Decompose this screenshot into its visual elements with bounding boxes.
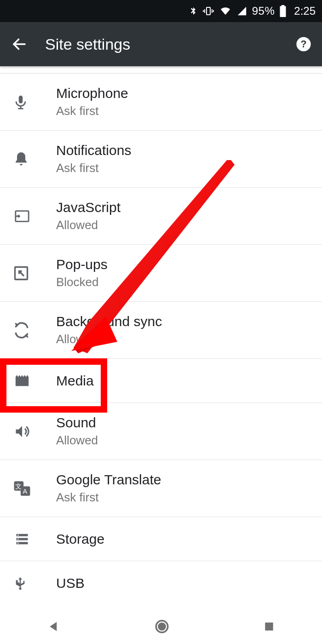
row-label: Sound <box>56 415 98 431</box>
svg-text:?: ? <box>301 39 307 50</box>
android-nav-bar <box>0 611 322 644</box>
page-title: Site settings <box>45 35 279 53</box>
media-icon <box>13 373 39 389</box>
svg-text:A: A <box>23 488 28 495</box>
row-sub: Ask first <box>56 161 131 175</box>
settings-row-sound[interactable]: Sound Allowed <box>0 403 322 460</box>
svg-rect-6 <box>282 5 285 6</box>
cellular-icon <box>236 6 247 16</box>
sync-icon <box>13 322 39 339</box>
row-label: Microphone <box>56 86 128 101</box>
row-label: JavaScript <box>56 200 121 215</box>
back-button[interactable] <box>10 35 29 53</box>
settings-row-javascript[interactable]: JavaScript Allowed <box>0 188 322 245</box>
settings-list: Microphone Ask first Notifications Ask f… <box>0 74 322 611</box>
svg-point-23 <box>17 538 19 540</box>
row-label: Background sync <box>56 314 162 329</box>
svg-point-22 <box>17 535 19 536</box>
bell-icon <box>13 150 39 168</box>
status-bar: 95% 2:25 <box>0 0 322 22</box>
vibrate-icon <box>202 6 214 17</box>
nav-recent-button[interactable] <box>263 621 275 634</box>
row-sub: Allowed <box>56 218 121 232</box>
battery-icon <box>279 5 287 17</box>
row-sub: Allowed <box>56 433 98 448</box>
battery-percent: 95% <box>252 5 275 17</box>
nav-home-button[interactable] <box>154 619 170 636</box>
settings-row-translate[interactable]: 文A Google Translate Ask first <box>0 460 322 517</box>
row-label: Media <box>56 373 94 389</box>
svg-rect-0 <box>207 7 210 15</box>
settings-row-backgroundsync[interactable]: Background sync Allowed <box>0 302 322 359</box>
settings-row-storage[interactable]: Storage <box>0 517 322 561</box>
settings-row-microphone[interactable]: Microphone Ask first <box>0 74 322 131</box>
usb-icon <box>13 574 39 593</box>
settings-row-notifications[interactable]: Notifications Ask first <box>0 131 322 188</box>
row-label: Notifications <box>56 143 131 158</box>
nav-back-button[interactable] <box>47 620 61 635</box>
row-sub: Blocked <box>56 275 108 289</box>
spacer <box>0 67 322 73</box>
row-label: USB <box>56 575 85 591</box>
svg-point-24 <box>17 542 19 544</box>
settings-row-media[interactable]: Media <box>0 359 322 403</box>
row-label: Google Translate <box>56 472 161 488</box>
wifi-icon <box>219 6 232 16</box>
app-bar: Site settings ? <box>0 22 322 66</box>
row-sub: Ask first <box>56 104 128 118</box>
microphone-icon <box>13 93 39 111</box>
row-label: Storage <box>56 531 104 547</box>
popup-icon <box>13 265 39 282</box>
row-label: Pop-ups <box>56 257 108 272</box>
row-sub: Ask first <box>56 490 161 505</box>
javascript-icon <box>13 208 39 224</box>
settings-row-popups[interactable]: Pop-ups Blocked <box>0 245 322 302</box>
svg-point-26 <box>159 623 165 630</box>
settings-row-usb[interactable]: USB <box>0 561 322 605</box>
svg-text:文: 文 <box>15 483 22 490</box>
svg-rect-27 <box>265 622 273 630</box>
help-button[interactable]: ? <box>295 36 312 52</box>
clock-text: 2:25 <box>294 5 316 17</box>
bluetooth-icon <box>189 5 198 17</box>
svg-rect-5 <box>280 6 286 17</box>
translate-icon: 文A <box>13 480 39 497</box>
storage-icon <box>13 532 39 546</box>
sound-icon <box>13 423 39 440</box>
row-sub: Allowed <box>56 332 162 346</box>
